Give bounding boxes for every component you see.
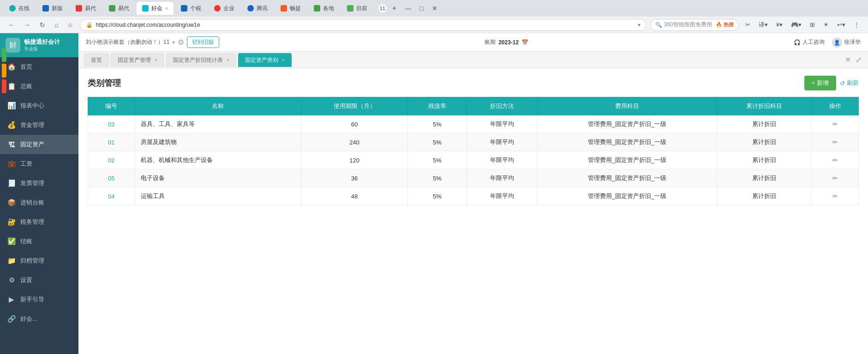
edit-icon-2[interactable]: ✏ <box>832 138 838 146</box>
sidebar-item-tax[interactable]: 🔐 税务管理 <box>0 212 78 232</box>
row-2-code: 01 <box>88 133 135 151</box>
row-3-action[interactable]: ✏ <box>812 151 859 169</box>
sidebar-label-checkout: 结账 <box>20 237 32 246</box>
row-5-action[interactable]: ✏ <box>812 187 859 205</box>
refresh-btn[interactable]: ↺ 刷新 <box>840 79 859 87</box>
refresh-icon: ↺ <box>840 80 845 87</box>
sidebar-item-archive[interactable]: 📁 归档管理 <box>0 251 78 270</box>
tab-close-depreciation[interactable]: × <box>227 58 229 63</box>
user-profile[interactable]: 👤 徐泽华 <box>832 37 861 48</box>
browser-tab-6[interactable]: 个税 <box>175 2 207 15</box>
panel-expand-btn[interactable]: ⤢ <box>855 54 862 65</box>
back-btn[interactable]: ← <box>6 19 18 30</box>
col-accumulated: 累计折旧科目 <box>717 97 812 115</box>
browser-tab-2[interactable]: 新版 <box>37 2 68 15</box>
hot-label: 🔥 热搜 <box>716 21 734 28</box>
row-2-accumulated: 累计折旧 <box>717 133 812 151</box>
sidebar-item-home[interactable]: 🏠 首页 <box>0 57 78 77</box>
col-action: 操作 <box>812 97 859 115</box>
user-dropdown-icon[interactable]: ▾ <box>172 39 175 46</box>
browser-minimize[interactable]: — <box>402 3 414 14</box>
panel-controls: ✕ ⤢ <box>844 54 862 65</box>
sidebar-item-general-ledger[interactable]: 📋 总账 <box>0 77 78 96</box>
edit-icon-5[interactable]: ✏ <box>832 192 838 200</box>
consult-btn[interactable]: 🎧 人工咨询 <box>794 38 825 46</box>
sidebar-item-payroll[interactable]: 💼 工资 <box>0 154 78 174</box>
row-2-period: 240 <box>301 133 408 151</box>
browser-tab-8[interactable]: 腾讯 <box>242 2 273 15</box>
page-tab-home[interactable]: 首页 <box>84 53 109 67</box>
sidebar-item-more[interactable]: 🔗 好会... <box>0 309 78 329</box>
new-tab-btn[interactable]: + <box>389 2 399 14</box>
sidebar-item-inventory[interactable]: 📦 进销台账 <box>0 193 78 212</box>
inventory-icon: 📦 <box>7 198 16 207</box>
sidebar-item-invoice[interactable]: 🧾 发票管理 <box>0 174 78 193</box>
settings-gear-btn[interactable]: ⚙ <box>178 38 184 47</box>
headset-icon: 🎧 <box>794 39 801 46</box>
tab-close-fixed-mgmt[interactable]: × <box>155 58 157 63</box>
app-header: 刘小艳演示账套（勿删勿动！）11 ▾ ⚙ 切到旧版 账期 2023-12 📅 🎧… <box>78 33 868 52</box>
page-tabs-bar: 首页 固定资产管理 × 固定资产折旧统计表 × 固定资产类别 × ✕ ⤢ <box>78 52 868 68</box>
panel-close-btn[interactable]: ✕ <box>844 54 852 65</box>
address-bar[interactable]: 🔒 https://cloud.chanjet.com/accounting/u… <box>80 19 646 31</box>
switch-version-btn[interactable]: 切到旧版 <box>187 36 219 48</box>
sidebar-item-settings[interactable]: ⚙ 设置 <box>0 270 78 290</box>
category-table: 编号 名称 使用期限（月） 残值率 折旧方法 费用科目 累计折旧科目 操作 03… <box>88 97 859 205</box>
more-btn[interactable]: ⋮ <box>851 20 862 30</box>
browser-tab-5[interactable]: 好会 × <box>137 2 174 15</box>
home-btn[interactable]: ⌂ <box>52 19 61 30</box>
user-account-label: 刘小艳演示账套（勿删勿动！）11 <box>86 38 169 46</box>
game-icon[interactable]: 🎮▾ <box>788 20 804 30</box>
table-header: 编号 名称 使用期限（月） 残值率 折旧方法 费用科目 累计折旧科目 操作 <box>88 97 859 115</box>
browser-maximize[interactable]: □ <box>417 3 426 14</box>
row-2-action[interactable]: ✏ <box>812 133 859 151</box>
forward-btn[interactable]: → <box>21 19 33 30</box>
reload-btn[interactable]: ↻ <box>37 19 48 30</box>
sidebar-label-ledger: 总账 <box>20 82 32 90</box>
page-tab-category[interactable]: 固定资产类别 × <box>238 53 292 67</box>
tab-count-badge[interactable]: 11 <box>378 4 387 12</box>
brightness-icon[interactable]: ☀ <box>820 20 832 30</box>
col-method: 折旧方法 <box>467 97 537 115</box>
row-1-action[interactable]: ✏ <box>812 115 859 133</box>
undo-icon[interactable]: ↩▾ <box>834 20 848 30</box>
scissors-icon[interactable]: ✂ <box>742 20 753 30</box>
wallet-icon[interactable]: ¥▾ <box>773 20 785 30</box>
tab-close-5[interactable]: × <box>165 6 168 11</box>
sidebar-item-checkout[interactable]: ✅ 结账 <box>0 232 78 251</box>
add-category-btn[interactable]: + 新增 <box>804 76 836 90</box>
browser-search-box[interactable]: 🔍 360智能抠图免费用 🔥 热搜 <box>650 19 739 31</box>
browser-tab-10[interactable]: 各地 <box>308 2 340 15</box>
browser-close[interactable]: ✕ <box>429 3 440 14</box>
sidebar-item-guide[interactable]: ▶ 新手引导 <box>0 290 78 309</box>
table-row: 02 机器、机械和其他生产设备 120 5% 年限平均 管理费用_固定资产折旧_… <box>88 151 859 169</box>
calendar-icon[interactable]: 📅 <box>521 39 528 46</box>
edit-icon-3[interactable]: ✏ <box>832 156 838 164</box>
page-tab-fixed-mgmt[interactable]: 固定资产管理 × <box>111 53 164 67</box>
browser-tab-7[interactable]: 企业 <box>209 2 240 15</box>
edit-icon-4[interactable]: ✏ <box>832 174 838 182</box>
browser-toolbar-icons: ✂ 译▾ ¥▾ 🎮▾ ⊞ ☀ ↩▾ ⋮ <box>742 19 862 30</box>
browser-tab-1[interactable]: 在线 <box>4 2 35 15</box>
notif-red <box>2 79 6 93</box>
star-btn[interactable]: ☆ <box>65 19 76 30</box>
sidebar-item-reports[interactable]: 📊 报表中心 <box>0 96 78 115</box>
notification-bar <box>0 46 6 95</box>
avatar-icon: 👤 <box>832 37 842 48</box>
browser-tab-11[interactable]: 目前 <box>341 2 373 15</box>
row-3-residual: 5% <box>408 151 467 169</box>
header-period: 账期 2023-12 📅 <box>485 38 528 46</box>
sidebar-item-fixed-assets[interactable]: 🏗 固定资产 <box>0 135 78 154</box>
edit-icon-1[interactable]: ✏ <box>832 120 838 128</box>
tab-close-category[interactable]: × <box>282 58 285 63</box>
translate-icon[interactable]: 译▾ <box>756 19 771 30</box>
browser-tab-9[interactable]: 畅提 <box>275 2 306 15</box>
grid-icon[interactable]: ⊞ <box>807 20 818 30</box>
page-tab-depreciation[interactable]: 固定资产折旧统计表 × <box>166 53 236 67</box>
browser-tab-4[interactable]: 易代 <box>103 2 135 15</box>
row-4-action[interactable]: ✏ <box>812 169 859 187</box>
tab-label-home: 首页 <box>91 56 102 64</box>
sidebar-label-fixed-assets: 固定资产 <box>20 140 44 149</box>
sidebar-item-funds[interactable]: 💰 资金管理 <box>0 115 78 135</box>
browser-tab-3[interactable]: 易代 <box>70 2 102 15</box>
